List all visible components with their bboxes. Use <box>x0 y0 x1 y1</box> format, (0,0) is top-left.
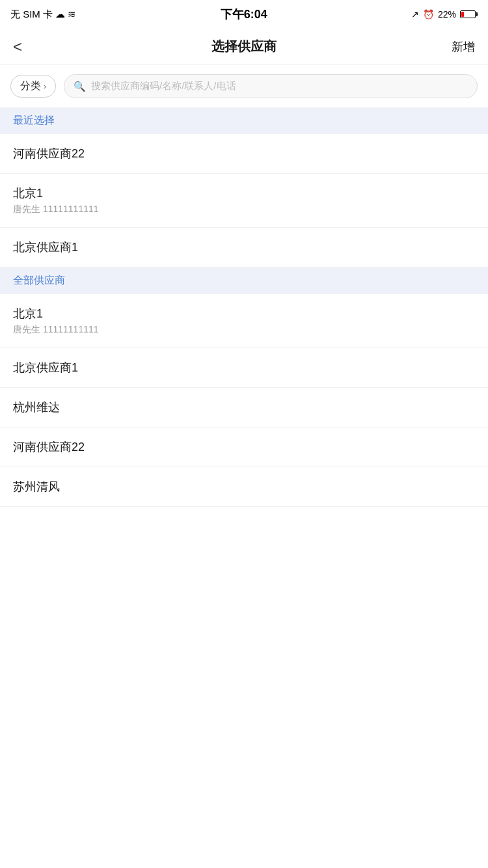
recent-section-header: 最近选择 <box>0 107 488 134</box>
status-left: 无 SIM 卡 ☁ ≋ <box>10 8 76 21</box>
chevron-right-icon: › <box>44 82 46 91</box>
back-button[interactable]: < <box>13 38 39 56</box>
battery-icon <box>460 10 478 18</box>
nav-bar: < 选择供应商 新增 <box>0 29 488 65</box>
list-item[interactable]: 河南供应商22 <box>0 134 488 174</box>
category-button[interactable]: 分类 › <box>10 75 56 98</box>
all-list: 北京1唐先生 11111111111北京供应商1杭州维达河南供应商22苏州清风 <box>0 294 488 507</box>
battery-percent: 22% <box>438 9 456 20</box>
search-placeholder: 搜索供应商编码/名称/联系人/电话 <box>91 80 236 92</box>
item-name: 苏州清风 <box>13 479 475 495</box>
all-section-header: 全部供应商 <box>0 267 488 294</box>
item-name: 河南供应商22 <box>13 146 475 161</box>
search-icon: 🔍 <box>74 81 86 92</box>
status-bar: 无 SIM 卡 ☁ ≋ 下午6:04 ↗ ⏰ 22% <box>0 0 488 29</box>
item-name: 北京1 <box>13 306 475 321</box>
status-right: ↗ ⏰ 22% <box>411 9 478 20</box>
location-icon: ↗ <box>411 9 419 20</box>
item-name: 河南供应商22 <box>13 439 475 455</box>
item-name: 北京供应商1 <box>13 239 475 255</box>
list-item[interactable]: 北京1唐先生 11111111111 <box>0 294 488 348</box>
list-item[interactable]: 北京供应商1 <box>0 348 488 388</box>
list-item[interactable]: 杭州维达 <box>0 388 488 427</box>
item-detail: 唐先生 11111111111 <box>13 324 475 336</box>
list-item[interactable]: 北京供应商1 <box>0 228 488 267</box>
item-detail: 唐先生 11111111111 <box>13 204 475 215</box>
status-time: 下午6:04 <box>221 7 267 22</box>
item-name: 杭州维达 <box>13 400 475 415</box>
item-name: 北京供应商1 <box>13 360 475 375</box>
list-item[interactable]: 苏州清风 <box>0 467 488 507</box>
alarm-icon: ⏰ <box>423 9 434 20</box>
category-label: 分类 <box>20 79 41 93</box>
filter-bar: 分类 › 🔍 搜索供应商编码/名称/联系人/电话 <box>0 65 488 107</box>
list-item[interactable]: 北京1唐先生 11111111111 <box>0 174 488 228</box>
item-name: 北京1 <box>13 185 475 201</box>
new-button[interactable]: 新增 <box>449 39 475 55</box>
page-title: 选择供应商 <box>39 38 449 55</box>
list-item[interactable]: 河南供应商22 <box>0 427 488 467</box>
search-box[interactable]: 🔍 搜索供应商编码/名称/联系人/电话 <box>64 74 478 98</box>
recent-list: 河南供应商22北京1唐先生 11111111111北京供应商1 <box>0 134 488 267</box>
